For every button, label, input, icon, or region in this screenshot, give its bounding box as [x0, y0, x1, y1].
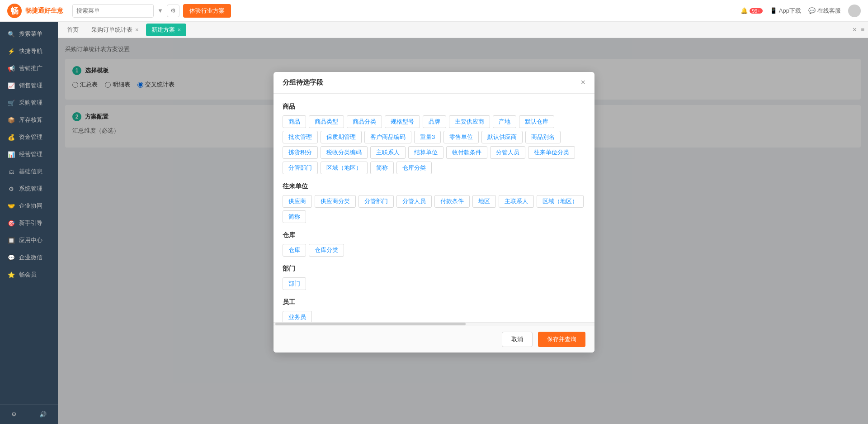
field-tag-origin[interactable]: 产地 — [493, 115, 516, 128]
gear-icon: ⚙ — [170, 7, 176, 14]
flash-icon: ⚡ — [7, 48, 15, 55]
sidebar-item-quick-nav[interactable]: ⚡ 快捷导航 — [0, 43, 58, 60]
app-download-item[interactable]: 📱 App下载 — [770, 7, 801, 15]
tab-bar-close-icon[interactable]: ✕ — [852, 26, 857, 33]
search-bar: ▼ ⚙ 体验行业方案 — [65, 4, 741, 18]
field-tag-settlement-unit[interactable]: 结算单位 — [408, 146, 443, 159]
modal-body: 商品 商品 商品类型 商品分类 规格型号 品牌 主要供应商 产地 默认仓库 批次… — [274, 94, 594, 161]
field-tag-tax-code[interactable]: 税收分类编码 — [321, 146, 368, 159]
field-tag-brand[interactable]: 品牌 — [423, 115, 446, 128]
field-tag-spec[interactable]: 规格型号 — [385, 115, 420, 128]
field-tag-weight3[interactable]: 重量3 — [414, 131, 441, 143]
section-product: 商品 商品 商品类型 商品分类 规格型号 品牌 主要供应商 产地 默认仓库 批次… — [283, 103, 585, 161]
avatar[interactable] — [848, 5, 861, 17]
cart-icon: 🛒 — [7, 100, 15, 106]
search-icon: 🔍 — [7, 31, 15, 38]
field-tag-unit-category[interactable]: 往来单位分类 — [528, 146, 575, 159]
sidebar-item-finance[interactable]: 💰 资金管理 — [0, 129, 58, 146]
online-service-item[interactable]: 💬 在线客服 — [808, 7, 841, 15]
modal-close-button[interactable]: × — [580, 78, 585, 86]
notification-item[interactable]: 🔔 99+ — [741, 7, 763, 14]
field-tag-pick-points[interactable]: 拣货积分 — [283, 146, 318, 159]
field-tag-alias[interactable]: 商品别名 — [525, 131, 561, 143]
search-input[interactable] — [72, 4, 154, 18]
field-tag-default-warehouse[interactable]: 默认仓库 — [519, 115, 554, 128]
notification-badge: 99+ — [750, 8, 763, 14]
logo: 畅 畅捷通好生意 — [7, 4, 65, 18]
field-tag-payment-terms[interactable]: 收付款条件 — [446, 146, 487, 159]
box-icon: 📦 — [7, 117, 15, 124]
chart-icon: 📈 — [7, 82, 15, 89]
modal-header: 分组待选字段 × — [274, 72, 594, 94]
field-tag-retail-unit[interactable]: 零售单位 — [443, 131, 479, 143]
field-tag-main-contact[interactable]: 主联系人 — [370, 146, 406, 159]
field-tag-batch-mgmt[interactable]: 批次管理 — [283, 131, 318, 143]
field-tag-supervisor[interactable]: 分管人员 — [490, 146, 525, 159]
sidebar-item-operations[interactable]: 📊 经营管理 — [0, 146, 58, 160]
field-tag-expiry[interactable]: 保质期管理 — [321, 131, 362, 143]
service-icon: 💬 — [808, 7, 816, 14]
ops-icon: 📊 — [7, 151, 15, 158]
sidebar-item-inventory[interactable]: 📦 库存核算 — [0, 111, 58, 129]
top-right-area: 🔔 99+ 📱 App下载 💬 在线客服 — [741, 5, 861, 17]
sidebar-item-sales[interactable]: 📈 销售管理 — [0, 77, 58, 94]
field-selection-modal: 分组待选字段 × 商品 商品 商品类型 商品分类 规格型号 品牌 主要供应商 产… — [274, 72, 594, 161]
section-product-title: 商品 — [283, 103, 585, 111]
field-tag-default-supplier[interactable]: 默认供应商 — [481, 131, 523, 143]
tab-purchase-order[interactable]: 采购订单统计表 × — [86, 24, 144, 36]
sidebar-item-search[interactable]: 🔍 搜索菜单 — [0, 25, 58, 43]
trial-button[interactable]: 体验行业方案 — [183, 4, 231, 18]
field-tag-product-category[interactable]: 商品分类 — [347, 115, 382, 128]
tab-home[interactable]: 首页 — [61, 24, 84, 36]
field-tag-product-type[interactable]: 商品类型 — [309, 115, 344, 128]
modal-title: 分组待选字段 — [283, 78, 323, 87]
logo-text: 畅捷通好生意 — [25, 7, 63, 15]
field-tag-product[interactable]: 商品 — [283, 115, 306, 128]
gear-button[interactable]: ⚙ — [167, 5, 179, 17]
app-download-label: App下载 — [779, 7, 801, 15]
sidebar: 🔍 搜索菜单 ⚡ 快捷导航 📢 营销推广 📈 销售管理 🛒 采购管理 📦 库存核… — [0, 0, 58, 160]
tab-close-new[interactable]: × — [178, 26, 181, 33]
tab-new-plan[interactable]: 新建方案 × — [146, 24, 187, 36]
dropdown-arrow-icon: ▼ — [157, 7, 163, 14]
megaphone-icon: 📢 — [7, 65, 15, 72]
money-icon: 💰 — [7, 134, 15, 141]
sidebar-item-marketing[interactable]: 📢 营销推广 — [0, 60, 58, 77]
product-field-tags: 商品 商品类型 商品分类 规格型号 品牌 主要供应商 产地 默认仓库 批次管理 … — [283, 115, 585, 161]
tab-bar-menu-icon[interactable]: ≡ — [861, 26, 864, 33]
sidebar-item-purchase[interactable]: 🛒 采购管理 — [0, 94, 58, 111]
download-icon: 📱 — [770, 7, 777, 14]
logo-icon: 畅 — [7, 4, 22, 18]
tab-close-purchase[interactable]: × — [135, 26, 139, 33]
field-tag-customer-code[interactable]: 客户商品编码 — [364, 131, 411, 143]
field-tag-main-supplier[interactable]: 主要供应商 — [449, 115, 490, 128]
tab-bar: 首页 采购订单统计表 × 新建方案 × ✕ ≡ — [58, 22, 868, 38]
top-bar: 畅 畅捷通好生意 ▼ ⚙ 体验行业方案 🔔 99+ 📱 App下载 💬 在线客服 — [0, 0, 868, 22]
online-service-label: 在线客服 — [817, 7, 841, 15]
bell-icon: 🔔 — [741, 7, 748, 14]
